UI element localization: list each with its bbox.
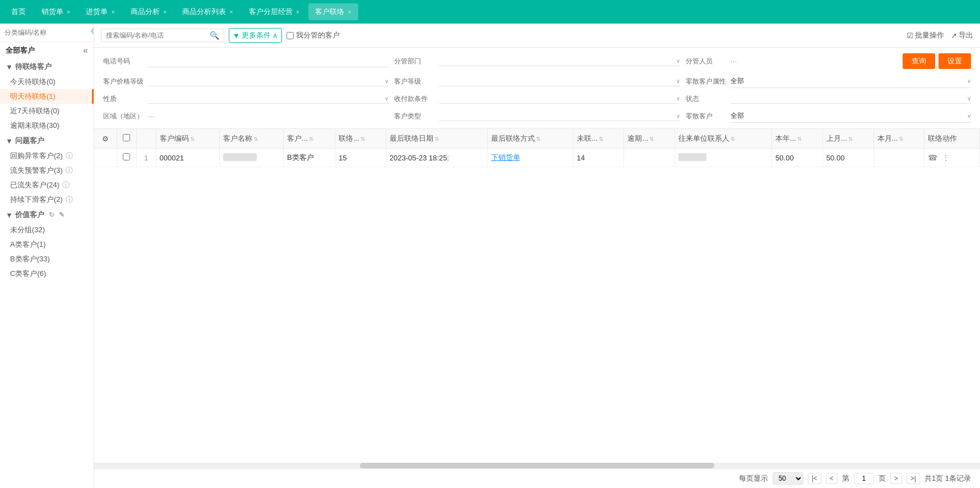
filter-btn-label: 更多条件 bbox=[242, 30, 271, 40]
sidebar-item-b-class[interactable]: B类客户(33) bbox=[0, 252, 94, 266]
customer-type-select[interactable]: ∨ bbox=[439, 111, 679, 121]
retail-attr-select[interactable]: 全部 ∨ bbox=[731, 75, 971, 88]
sidebar-item-lost[interactable]: 已流失客户(24) ⓘ bbox=[0, 178, 94, 192]
toolbar: 🔍 ▼ 更多条件 ∧ 我分管的客户 ☑ 批量操作 ↗ 导出 bbox=[94, 24, 980, 48]
dept-label: 分管部门 bbox=[394, 57, 434, 66]
row-checkbox-cell[interactable] bbox=[117, 149, 136, 167]
refresh-icon[interactable]: ↻ bbox=[49, 211, 54, 219]
nav-product-analysis[interactable]: 商品分析 × bbox=[124, 3, 173, 20]
sidebar-item-ungrouped[interactable]: 未分组(32) bbox=[0, 223, 94, 237]
action-more-icon[interactable]: ⋮ bbox=[942, 153, 950, 162]
filter-customer-level: 客户等级 ∨ bbox=[394, 76, 679, 86]
th-not-contacted[interactable]: 未联... ⇅ bbox=[573, 129, 624, 149]
close-customer-tier-icon[interactable]: × bbox=[296, 8, 299, 15]
th-name[interactable]: 客户名称 ⇅ bbox=[220, 129, 284, 149]
sidebar-item-tomorrow[interactable]: 明天待联络(1) bbox=[0, 89, 94, 104]
sidebar-item-abnormal[interactable]: 回购异常客户(2) ⓘ bbox=[0, 149, 94, 163]
info-icon-1: ⓘ bbox=[66, 151, 73, 160]
th-last-month[interactable]: 上月... ⇅ bbox=[822, 129, 873, 149]
batch-operation-button[interactable]: ☑ 批量操作 bbox=[907, 30, 944, 40]
nav-purchase-order[interactable]: 进货单 × bbox=[79, 3, 121, 20]
th-num bbox=[136, 129, 156, 149]
sort-contact-icon: ⇅ bbox=[360, 136, 365, 142]
nav-customer-contact[interactable]: 客户联络 × bbox=[308, 3, 358, 20]
close-product-analysis-list-icon[interactable]: × bbox=[229, 8, 233, 15]
region-dots-icon[interactable]: ··· bbox=[148, 112, 155, 121]
export-label: 导出 bbox=[959, 30, 973, 40]
payment-select[interactable]: ∨ bbox=[439, 94, 679, 104]
total-records: 共1页 1条记录 bbox=[924, 473, 971, 484]
search-icon[interactable]: 🔍 bbox=[210, 31, 219, 40]
my-customers-checkbox[interactable] bbox=[286, 32, 294, 39]
row-action: ☎ ⋮ bbox=[924, 149, 980, 167]
nature-select[interactable]: ∨ bbox=[148, 94, 389, 104]
person-dots-icon[interactable]: ··· bbox=[731, 57, 737, 66]
settings-button[interactable]: 设置 bbox=[939, 53, 971, 69]
customer-type-arrow-icon: ∨ bbox=[676, 113, 680, 119]
batch-op-label: 批量操作 bbox=[915, 30, 944, 40]
nav-customer-tier[interactable]: 客户分层经营 × bbox=[242, 3, 306, 20]
prev-page-button[interactable]: < bbox=[826, 473, 838, 484]
my-customers-checkbox-label[interactable]: 我分管的客户 bbox=[286, 30, 340, 40]
query-button[interactable]: 查询 bbox=[903, 53, 935, 69]
sidebar-item-c-class[interactable]: C类客户(6) bbox=[0, 266, 94, 281]
select-all-checkbox[interactable] bbox=[123, 134, 130, 141]
group-waiting-contact[interactable]: ▼ 待联络客户 bbox=[0, 59, 94, 75]
th-contact[interactable]: 联络... ⇅ bbox=[335, 129, 386, 149]
sidebar-search-input[interactable] bbox=[4, 29, 89, 36]
last-page-button[interactable]: >| bbox=[907, 473, 920, 484]
th-last-date[interactable]: 最后联络日期 ⇅ bbox=[386, 129, 487, 149]
last-method-link[interactable]: 下销货单 bbox=[491, 153, 520, 162]
page-size-select[interactable]: 50 100 200 bbox=[773, 472, 803, 485]
export-button[interactable]: ↗ 导出 bbox=[951, 30, 973, 40]
sidebar-item-today[interactable]: 今天待联络(0) bbox=[0, 75, 94, 89]
nav-product-analysis-list[interactable]: 商品分析列表 × bbox=[175, 3, 239, 20]
search-input[interactable] bbox=[106, 31, 207, 39]
dept-select[interactable]: ∨ bbox=[439, 56, 679, 66]
edit-icon[interactable]: ✎ bbox=[59, 211, 64, 219]
price-level-select[interactable]: ∨ bbox=[148, 76, 389, 86]
filter-payment: 收付款条件 ∨ bbox=[394, 94, 679, 104]
status-select[interactable]: ∨ bbox=[731, 94, 971, 104]
close-customer-contact-icon[interactable]: × bbox=[348, 8, 351, 15]
sidebar-item-overdue[interactable]: 逾期未联络(30) bbox=[0, 118, 94, 133]
status-label: 状态 bbox=[686, 94, 726, 104]
group-problem-customers[interactable]: ▼ 问题客户 bbox=[0, 133, 94, 149]
content-area: 🔍 ▼ 更多条件 ∧ 我分管的客户 ☑ 批量操作 ↗ 导出 bbox=[94, 24, 980, 488]
th-type[interactable]: 客户... ⇅ bbox=[283, 129, 335, 149]
all-customers-title[interactable]: 全部客户 « bbox=[0, 42, 94, 59]
th-this-month[interactable]: 本月... ⇅ bbox=[873, 129, 924, 149]
sidebar-item-declining[interactable]: 持续下滑客户(2) ⓘ bbox=[0, 192, 94, 207]
name-blur bbox=[223, 153, 257, 161]
th-this-year[interactable]: 本年... ⇅ bbox=[772, 129, 823, 149]
close-product-analysis-icon[interactable]: × bbox=[163, 8, 167, 15]
price-level-label: 客户价格等级 bbox=[103, 77, 144, 86]
phone-input[interactable] bbox=[148, 56, 389, 67]
th-settings[interactable]: ⚙ bbox=[94, 129, 117, 149]
row-code: 000021 bbox=[156, 149, 220, 167]
th-last-method[interactable]: 最后联络方式 ⇅ bbox=[487, 129, 573, 149]
sidebar-item-lost-warning[interactable]: 流失预警客户(3) ⓘ bbox=[0, 163, 94, 178]
customer-level-select[interactable]: ∨ bbox=[439, 76, 679, 86]
sidebar-item-7days[interactable]: 近7天待联络(0) bbox=[0, 104, 94, 118]
next-page-button[interactable]: > bbox=[890, 473, 902, 484]
row-checkbox[interactable] bbox=[123, 153, 130, 160]
close-sales-order-icon[interactable]: × bbox=[67, 8, 70, 15]
page-number-input[interactable] bbox=[854, 473, 874, 484]
first-page-button[interactable]: |< bbox=[808, 473, 821, 484]
close-purchase-order-icon[interactable]: × bbox=[111, 8, 114, 15]
th-checkbox[interactable] bbox=[117, 129, 136, 149]
sidebar-item-a-class[interactable]: A类客户(1) bbox=[0, 237, 94, 252]
sidebar: 🔍 全部客户 « ▼ 待联络客户 今天待联络(0) 明天待联络(1) 近7天待联… bbox=[0, 24, 94, 488]
action-phone-icon[interactable]: ☎ bbox=[928, 153, 937, 162]
retail-customer-select[interactable]: 全部 ∨ bbox=[731, 109, 971, 123]
th-overdue[interactable]: 逾期... ⇅ bbox=[624, 129, 675, 149]
nav-sales-order[interactable]: 销货单 × bbox=[35, 3, 77, 20]
nav-home[interactable]: 首页 bbox=[4, 3, 33, 20]
th-unit-contact[interactable]: 往来单位联系人 ⇅ bbox=[675, 129, 772, 149]
th-code[interactable]: 客户编码 ⇅ bbox=[156, 129, 220, 149]
row-this-month bbox=[873, 149, 924, 167]
group-value-customers[interactable]: ▼ 价值客户 ↻ ✎ bbox=[0, 207, 94, 223]
more-filter-button[interactable]: ▼ 更多条件 ∧ bbox=[229, 28, 282, 43]
settings-icon[interactable]: ⚙ bbox=[102, 135, 109, 143]
